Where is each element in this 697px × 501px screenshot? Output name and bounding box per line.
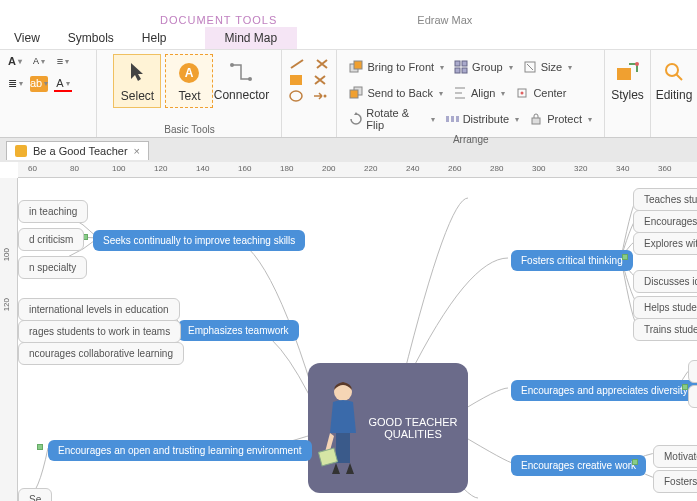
svg-rect-22 (446, 116, 449, 122)
svg-rect-32 (318, 448, 337, 466)
connector-icon (227, 58, 255, 86)
ruler-vertical: 100120 (0, 178, 18, 501)
line-icon[interactable] (289, 58, 305, 70)
square-icon[interactable] (289, 74, 303, 86)
node-teamwork[interactable]: Emphasizes teamwork (178, 320, 299, 341)
editing-button[interactable]: Editing (650, 54, 697, 106)
svg-line-4 (291, 60, 303, 68)
ruler-horizontal: 6080100120140160180200220240260280300320… (18, 162, 697, 178)
connector-tool[interactable]: Connector (217, 54, 265, 106)
central-node[interactable]: GOOD TEACHERQUALITIES (308, 363, 468, 493)
list-button[interactable]: ≣ (6, 76, 24, 92)
leaf[interactable]: Motivates student (653, 445, 697, 468)
front-icon (349, 60, 363, 74)
select-tool[interactable]: Select (113, 54, 161, 108)
basic-tools-label: Basic Tools (164, 122, 214, 135)
arrow-shape-icon[interactable] (313, 90, 327, 102)
svg-point-6 (290, 91, 302, 101)
svg-rect-11 (462, 61, 467, 66)
size-button[interactable]: Size (523, 60, 572, 74)
circle-icon[interactable] (289, 90, 303, 102)
svg-point-21 (521, 92, 524, 95)
document-tools-label: DOCUMENT TOOLS (160, 14, 277, 26)
leaf[interactable]: Discusses ideas (633, 270, 697, 293)
styles-button[interactable]: Styles (604, 54, 652, 106)
lock-icon (529, 112, 543, 126)
font-size-dec[interactable]: A (30, 54, 48, 70)
x2-icon[interactable] (313, 74, 327, 86)
ribbon: A A ≡ ≣ ab A Select A Text Connector Bas… (0, 50, 697, 138)
svg-point-27 (635, 62, 639, 66)
distribute-icon (445, 112, 459, 126)
group-icon (454, 60, 468, 74)
leaf[interactable]: n specialty (18, 256, 87, 279)
leaf[interactable]: Explores with pro (633, 232, 697, 255)
styles-icon (614, 58, 642, 86)
cursor-icon (123, 59, 151, 87)
svg-rect-5 (290, 75, 302, 85)
x-icon[interactable] (315, 58, 329, 70)
leaf[interactable]: Fosters innovat (653, 470, 697, 493)
menu-view[interactable]: View (14, 31, 40, 45)
protect-button[interactable]: Protect (529, 112, 592, 126)
arrange-label: Arrange (453, 132, 489, 145)
search-icon (660, 58, 688, 86)
leaf[interactable]: Se (688, 385, 697, 408)
shape-gallery[interactable] (285, 54, 333, 106)
node-critical[interactable]: Fosters critical thinking (511, 250, 633, 271)
distribute-button[interactable]: Distribute (445, 112, 519, 126)
menu-help[interactable]: Help (142, 31, 167, 45)
leaf[interactable]: in teaching (18, 200, 88, 223)
group-button[interactable]: Group (454, 60, 513, 74)
bring-front-button[interactable]: Bring to Front (349, 60, 444, 74)
canvas[interactable]: GOOD TEACHERQUALITIES Seeks continually … (18, 178, 697, 501)
back-icon (349, 86, 363, 100)
handle[interactable] (37, 444, 43, 450)
leaf[interactable]: Encourages stud (633, 210, 697, 233)
text-icon: A (175, 59, 203, 87)
menu-bar: View Symbols Help Mind Map (0, 26, 697, 50)
svg-rect-25 (532, 118, 540, 124)
leaf[interactable]: Trains students in (633, 318, 697, 341)
menu-symbols[interactable]: Symbols (68, 31, 114, 45)
highlight-button[interactable]: ab (30, 76, 48, 92)
svg-rect-31 (336, 433, 350, 463)
line-spacing[interactable]: ≡ (54, 54, 72, 70)
rotate-button[interactable]: Rotate & Flip (349, 107, 434, 131)
doc-icon (15, 145, 27, 157)
leaf[interactable]: Helps students to (633, 296, 697, 319)
canvas-area: 6080100120140160180200220240260280300320… (0, 162, 697, 501)
font-group: A A ≡ ≣ ab A (0, 50, 97, 137)
document-tab[interactable]: Be a Good Teacher × (6, 141, 149, 160)
node-creative[interactable]: Encourages creative work (511, 455, 646, 476)
menu-mindmap[interactable]: Mind Map (205, 27, 298, 49)
teacher-figure-icon (318, 378, 368, 478)
leaf[interactable]: d criticism (18, 228, 84, 251)
handle[interactable] (622, 254, 628, 260)
node-open-env[interactable]: Encourages an open and trusting learning… (48, 440, 312, 461)
node-improve-skills[interactable]: Seeks continually to improve teaching sk… (93, 230, 305, 251)
font-color-button[interactable]: A (54, 76, 72, 92)
svg-rect-10 (455, 61, 460, 66)
leaf[interactable]: rages students to work in teams (18, 320, 181, 343)
leaf[interactable]: Nu (688, 360, 697, 383)
close-icon[interactable]: × (134, 145, 140, 157)
center-button[interactable]: Center (515, 86, 566, 100)
align-icon (453, 86, 467, 100)
leaf[interactable]: ncourages collaborative learning (18, 342, 184, 365)
svg-rect-12 (455, 68, 460, 73)
text-tool[interactable]: A Text (165, 54, 213, 108)
rotate-icon (349, 112, 362, 126)
align-button[interactable]: Align (453, 86, 505, 100)
node-diversity[interactable]: Encourages and appreciates diversity (511, 380, 697, 401)
svg-rect-9 (354, 61, 362, 69)
font-size-inc[interactable]: A (6, 54, 24, 70)
svg-rect-16 (350, 90, 358, 98)
leaf[interactable]: Se (18, 488, 52, 501)
leaf[interactable]: international levels in education (18, 298, 180, 321)
svg-line-29 (676, 74, 682, 80)
handle[interactable] (632, 459, 638, 465)
send-back-button[interactable]: Send to Back (349, 86, 442, 100)
svg-text:A: A (185, 66, 194, 80)
leaf[interactable]: Teaches students (633, 188, 697, 211)
